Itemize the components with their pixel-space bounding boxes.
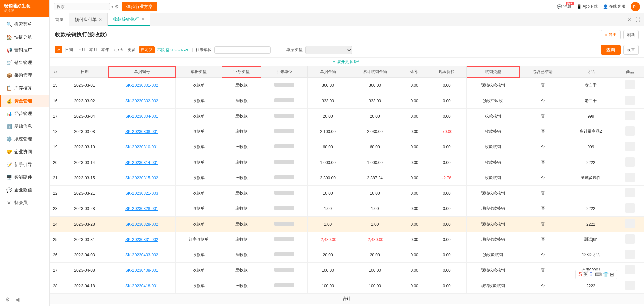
sidebar-item-funds[interactable]: 💰 资金管理 [0, 95, 49, 107]
cell-doc-no: SK-20230408-001 [108, 263, 175, 278]
doc-no-link[interactable]: SK-20230301-002 [125, 83, 158, 88]
doc-no-link[interactable]: SK-20230328-002 [125, 222, 158, 227]
table-row: 20 2023-03-14 SK-20230314-001 收款单 应收款 1,… [50, 155, 644, 170]
cell-balance: 0.00 [401, 124, 427, 139]
mic-icon[interactable]: 🎙 [589, 272, 594, 277]
cell-amount: 100.00 [308, 278, 348, 294]
cell-cash-discount: 0.00 [427, 139, 466, 155]
sidebar-item-inventory[interactable]: 📋 库存核算 [0, 82, 49, 95]
more-date-btn[interactable]: 更多 [126, 46, 137, 53]
app-download-item[interactable]: 📱 App下载 [577, 4, 598, 9]
sidebar-item-search[interactable]: 🔍 搜索菜单 [0, 18, 49, 31]
settings-icon[interactable]: ⚙ [5, 296, 10, 303]
topbar-search[interactable] [54, 3, 110, 10]
dropdown-icon[interactable]: ▾ [111, 4, 113, 9]
doc-no-link[interactable]: SK-20230302-002 [125, 99, 158, 103]
tab-prepay-close[interactable]: ✕ [99, 17, 102, 22]
doc-no-link[interactable]: SK-20230321-003 [125, 191, 158, 196]
cell-doc-no: SK-20230314-001 [108, 155, 175, 170]
cell-amount: 1,000.00 [308, 155, 348, 170]
sidebar-item-wechat[interactable]: 💬 企业微信 [0, 184, 49, 196]
doc-no-link[interactable]: SK-20230310-001 [125, 145, 158, 149]
sidebar-item-basics[interactable]: ℹ️ 基础信息 [0, 120, 49, 133]
doc-no-link[interactable]: SK-20230314-001 [125, 160, 158, 165]
sidebar-item-operations[interactable]: 📊 经营管理 [0, 107, 49, 120]
export-btn[interactable]: ⬆ 导出 [601, 30, 621, 39]
cell-verify-type: 收款核销 [467, 109, 520, 124]
online-service-label: 在线客服 [609, 4, 625, 9]
cell-product2 [616, 109, 644, 124]
grid-icon[interactable]: ⊞ [610, 272, 614, 277]
tab-receipt[interactable]: 收款核销执行✕ [108, 13, 150, 26]
cell-balance: 0.00 [401, 263, 427, 278]
doc-no-link[interactable]: SK-20230331-002 [125, 237, 158, 242]
online-service-item[interactable]: 👤 在线客服 [603, 4, 625, 9]
sidebar-item-system[interactable]: ⚙️ 系统管理 [0, 133, 49, 145]
this-month-btn[interactable]: 本月 [88, 46, 99, 53]
expand-more-row[interactable]: ∨ 展开更多条件 [50, 58, 644, 66]
cell-accumulated: 3,387.24 [348, 170, 401, 186]
table-row: 24 2023-03-28 SK-20230328-002 收款单 应收款 1.… [50, 217, 644, 232]
sidebar-system-icon: ⚙️ [6, 136, 12, 142]
keyboard-icon[interactable]: ⌨ [595, 272, 602, 277]
cell-biz-type: 应收款 [222, 186, 261, 201]
page-title: 收款核销执行(按收款) [55, 31, 107, 38]
refresh-btn[interactable]: 刷新 [623, 30, 639, 39]
sidebar-operations-icon: 📊 [6, 111, 12, 116]
settings-btn[interactable]: 设置 [623, 45, 639, 55]
tab-home[interactable]: 首页 [50, 13, 69, 26]
cell-product: 999 [566, 139, 616, 155]
sidebar-item-newbie[interactable]: 📝 新手引导 [0, 158, 49, 171]
cell-accumulated: 60.00 [348, 139, 401, 155]
tab-receipt-label: 收款核销执行 [113, 16, 139, 22]
sidebar-item-member[interactable]: V 畅会员 [0, 196, 49, 209]
doc-no-link[interactable]: SK-20230308-001 [125, 129, 158, 134]
th-settings[interactable]: ⚙ [50, 66, 61, 78]
doc-no-link[interactable]: SK-20230304-001 [125, 114, 158, 119]
cell-product2 [616, 201, 644, 217]
query-btn[interactable]: 查询 [601, 45, 621, 55]
custom-date-btn[interactable]: 自定义 [139, 46, 155, 53]
doc-no-link[interactable]: SK-20230315-002 [125, 176, 158, 180]
cell-product: 2222 [566, 155, 616, 170]
voucher-type-select[interactable] [305, 46, 352, 54]
maximize-btn[interactable]: ⛶ [634, 16, 641, 24]
sidebar-item-purchase[interactable]: 📦 采购管理 [0, 69, 49, 82]
last-month-btn[interactable]: 上月 [76, 46, 87, 53]
sidebar-item-shortcut[interactable]: 🏠 快捷导航 [0, 31, 49, 44]
sidebar-item-hardware[interactable]: 🖥️ 智能硬件 [0, 171, 49, 184]
partner-input[interactable] [214, 46, 271, 54]
doc-no-link[interactable]: SK-20230328-001 [125, 206, 158, 211]
this-year-btn[interactable]: 本年 [100, 46, 111, 53]
collapse-icon[interactable]: ◀ [15, 296, 19, 303]
close-window-btn[interactable]: ✕ [626, 16, 633, 24]
sidebar-item-cooperation[interactable]: 🤝 企业协同 [0, 145, 49, 158]
filter-expand-btn[interactable]: » [55, 46, 62, 53]
cell-partner [261, 78, 308, 93]
sidebar-operations-label: 经营管理 [14, 111, 32, 117]
tab-prepay[interactable]: 预付应付单✕ [69, 13, 108, 26]
user-avatar-item[interactable]: Rit [631, 2, 640, 11]
shirt-icon[interactable]: 👕 [603, 272, 609, 277]
cell-product: 老白干 [566, 78, 616, 93]
cell-amount: 20.00 [308, 109, 348, 124]
filter-dots[interactable]: ··· [273, 47, 280, 53]
gear-icon[interactable]: ⚙ [115, 4, 119, 9]
messages-icon-item[interactable]: 💬 消息 99+ [557, 4, 571, 9]
last-7days-btn[interactable]: 近7天 [112, 46, 125, 53]
cell-rownum: 20 [50, 155, 61, 170]
solution-btn[interactable]: 体验行业方案 [122, 2, 157, 11]
doc-no-link[interactable]: SK-20230403-002 [125, 253, 158, 257]
cell-amount: 3,390.00 [308, 170, 348, 186]
cell-date: 2023-04-03 [61, 247, 108, 263]
cell-cash-discount: 0.00 [427, 155, 466, 170]
sidebar-item-marketing[interactable]: 📢 营销推广 [0, 44, 49, 56]
sidebar-purchase-icon: 📦 [6, 73, 12, 78]
doc-no-link[interactable]: SK-20230408-001 [125, 268, 158, 273]
filter-action-buttons: 查询 设置 [601, 45, 639, 55]
sidebar-item-sales[interactable]: 🛒 销售管理 [0, 56, 49, 69]
doc-no-link[interactable]: SK-20230418-001 [125, 284, 158, 288]
tab-receipt-close[interactable]: ✕ [141, 17, 145, 22]
cell-rownum: 15 [50, 78, 61, 93]
cell-verify-type: 现结收款核销 [467, 263, 520, 278]
